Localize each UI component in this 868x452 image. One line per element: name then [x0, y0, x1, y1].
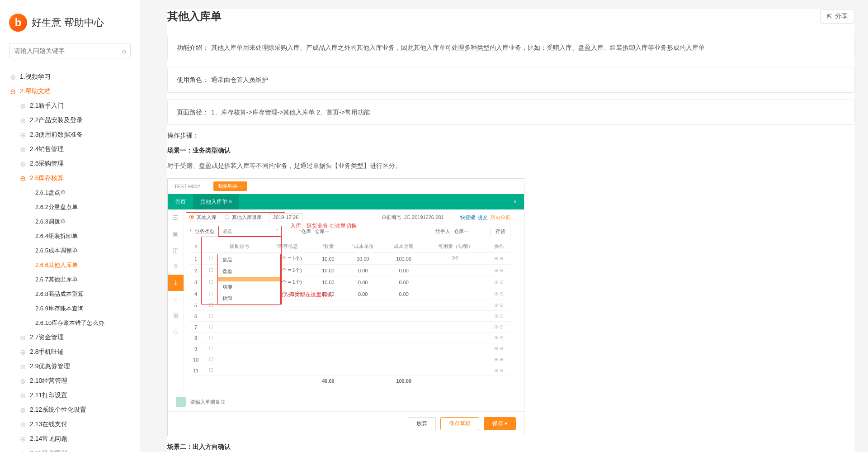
- search-input[interactable]: [9, 43, 131, 58]
- plus-circle-icon: ⊕: [19, 334, 26, 341]
- nav-item-docs[interactable]: ⊖ 2.帮助文档: [9, 84, 131, 99]
- plus-circle-icon: ⊕: [19, 146, 26, 153]
- intro-label: 功能介绍：: [177, 44, 208, 51]
- plus-circle-icon: ⊕: [19, 102, 26, 109]
- shot-footer: 放弃 保存草稿 保存 ▾: [168, 411, 524, 436]
- role-label: 使用角色：: [177, 76, 208, 83]
- nav-item-2-6-5[interactable]: 2.6.5成本调整单: [9, 243, 131, 258]
- intro-card: 功能介绍：其他入库单用来处理除采购入库、产成品入库之外的其他入库业务，因此其他入…: [167, 35, 854, 60]
- dd-item: 拆卸: [218, 293, 280, 304]
- nav-label: 2.6.3调拨单: [35, 218, 66, 226]
- plus-circle-icon: ⊕: [19, 421, 26, 428]
- shot-doc-no-label: 单据编号: [382, 214, 401, 221]
- nav-item-2-6-4[interactable]: 2.6.4组装拆卸单: [9, 229, 131, 243]
- rail-icon: ⌂: [168, 291, 184, 307]
- close-icon: ×: [506, 194, 524, 209]
- nav-item-video[interactable]: ⊕ 1.视频学习: [9, 70, 131, 84]
- table-row: 8☐⊕ ⊖: [189, 333, 510, 343]
- nav-item-2-6-8[interactable]: 2.6.8商品成本重算: [9, 287, 131, 301]
- search-box: ⌕: [9, 43, 131, 58]
- page-title: 其他入库单: [167, 9, 222, 24]
- dd-item-selected: [218, 277, 280, 281]
- col: 可用量（勾稽）: [424, 240, 488, 253]
- steps-label: 操作步骤：: [167, 132, 854, 140]
- shot-handler-value: 仓库一: [454, 228, 469, 235]
- nav-item-2-6-6[interactable]: 2.6.6其他入库单: [9, 258, 131, 272]
- nav-label: 2.6.8商品成本重算: [35, 290, 84, 298]
- nav-item-2-6-7[interactable]: 2.6.7其他出库单: [9, 272, 131, 287]
- shot-memo-input: [190, 399, 516, 404]
- shot-link: 快捷键: [460, 214, 475, 221]
- nav-item-2-6[interactable]: ⊖2.6库存核算: [9, 171, 131, 186]
- nav-item-2-6-1[interactable]: 2.6.1盘点单: [9, 186, 131, 200]
- nav-item-2-5[interactable]: ⊕2.5采购管理: [9, 157, 131, 171]
- scene1-title: 场景一：业务类型确认: [167, 147, 854, 155]
- rail-icon: ⊞: [168, 307, 184, 324]
- col: *数量: [315, 240, 341, 253]
- nav-item-2-4[interactable]: ⊕2.4销售管理: [9, 142, 131, 157]
- nav-item-2-12[interactable]: ⊕2.12系统个性化设置: [9, 403, 131, 417]
- dd-item: 盘盈: [218, 266, 280, 277]
- rail-icon: ☰: [168, 209, 184, 226]
- shot-doc-type-row: 其他入库 其他入库退库 2019-12-26 单据编号 JC-20191226-…: [189, 209, 510, 223]
- minus-circle-icon: ⊖: [9, 88, 16, 95]
- nav-item-2-3[interactable]: ⊕2.3使用前数据准备: [9, 128, 131, 142]
- shot-dropdown-list: 废品 盘盈 功能 拆卸: [217, 254, 281, 305]
- nav-item-2-6-2[interactable]: 2.6.2分量盘点单: [9, 200, 131, 214]
- nav-label: 2.8手机旺铺: [30, 348, 64, 356]
- nav-tree: ⊕ 1.视频学习 ⊖ 2.帮助文档 ⊕2.1新手入门 ⊕2.2产品安装及登录 ⊕…: [9, 70, 131, 452]
- share-icon: ⇱: [827, 13, 832, 20]
- shot-date: 2019-12-26: [269, 213, 302, 221]
- nav-label: 2.6.6其他入库单: [35, 261, 78, 269]
- radio-back-icon: [225, 215, 229, 219]
- nav-item-2-9[interactable]: ⊕2.9优惠券管理: [9, 359, 131, 374]
- shot-biztype-dropdown: 请选˅: [218, 226, 282, 237]
- nav-item-2-2[interactable]: ⊕2.2产品安装及登录: [9, 113, 131, 128]
- nav-item-2-6-9[interactable]: 2.6.9库存账本查询: [9, 301, 131, 316]
- nav-item-2-7[interactable]: ⊕2.7资金管理: [9, 330, 131, 345]
- nav-item-2-8[interactable]: ⊕2.8手机旺铺: [9, 345, 131, 359]
- share-button[interactable]: ⇱ 分享: [820, 9, 854, 24]
- nav-item-2-6-3[interactable]: 2.6.3调拨单: [9, 214, 131, 229]
- dd-item: 功能: [218, 281, 280, 293]
- intro-text: 其他入库单用来处理除采购入库、产成品入库之外的其他入库业务，因此其他入库单可处理…: [211, 44, 705, 51]
- nav-item-2-10[interactable]: ⊕2.10经营管理: [9, 374, 131, 388]
- nav-item-2-1[interactable]: ⊕2.1新手入门: [9, 99, 131, 113]
- search-icon[interactable]: ⌕: [122, 47, 126, 55]
- radio-in-label: 其他入库: [197, 214, 217, 221]
- nav-label: 2.帮助文档: [20, 87, 51, 95]
- nav-item-2-11[interactable]: ⊕2.11打印设置: [9, 388, 131, 403]
- dd-item: 废品: [218, 254, 280, 266]
- plus-circle-icon: ⊕: [19, 363, 26, 370]
- nav-label: 2.14常见问题: [30, 435, 67, 443]
- memo-icon: [176, 397, 186, 407]
- path-label: 页面路径：: [177, 109, 208, 116]
- nav-label: 2.6.10库存账本错了怎么办: [35, 319, 104, 327]
- shot-tab-doc: 其他入库单 ×: [193, 194, 239, 209]
- scene1-text: 对于受赠、盘盈或是拆装入库等不同的业务，是通过单据头【业务类型】进行区分。: [167, 160, 854, 171]
- shot-save-btn: 存货: [491, 227, 510, 236]
- scene2-title: 场景二：出入方向确认: [167, 443, 854, 451]
- role-card: 使用角色：通常由仓管人员维护: [167, 67, 854, 92]
- plus-circle-icon: ⊕: [19, 377, 26, 385]
- plus-circle-icon: ⊕: [9, 73, 16, 81]
- plus-circle-icon: ⊕: [19, 392, 26, 399]
- nav-label: 2.4销售管理: [30, 145, 64, 153]
- minus-circle-icon: ⊖: [19, 175, 26, 182]
- share-label: 分享: [835, 12, 848, 20]
- nav-label: 2.7资金管理: [30, 333, 64, 342]
- embedded-screenshot: TEST-H002 我要购买→ 首页 其他入库单 × × ☰ ▣ ◫ ⎘ ⤓ ⌂…: [167, 178, 524, 436]
- nav-item-2-13[interactable]: ⊕2.13在线支付: [9, 417, 131, 432]
- rail-icon: ◫: [168, 242, 184, 258]
- table-row: 7☐⊕ ⊖: [189, 322, 510, 333]
- nav-item-2-14[interactable]: ⊕2.14常见问题: [9, 432, 131, 446]
- shot-tenant: TEST-H002: [174, 184, 200, 189]
- plus-circle-icon: ⊕: [19, 348, 26, 356]
- table-row: 9☐⊕ ⊖: [189, 343, 510, 354]
- nav-item-2-6-10[interactable]: 2.6.10库存账本错了怎么办: [9, 316, 131, 330]
- radio-in-icon: [189, 215, 194, 219]
- plus-circle-icon: ⊕: [19, 117, 26, 124]
- nav-item-2-15[interactable]: ⊕2.15操作案例: [9, 446, 131, 452]
- col: 成本金额: [384, 240, 424, 253]
- nav-label: 2.6.2分量盘点单: [35, 203, 78, 211]
